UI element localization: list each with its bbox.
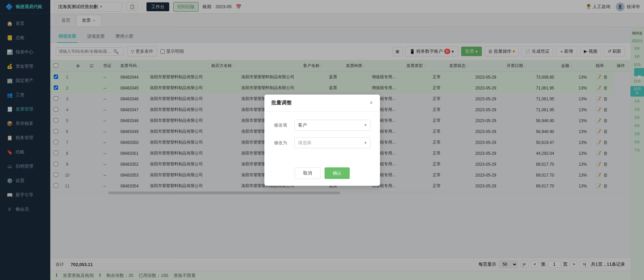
modal-title: 批量调整 — [271, 100, 292, 106]
field-dropdown-icon: ▾ — [364, 122, 367, 128]
modal-header: 批量调整 × — [264, 95, 380, 112]
field-value: 客户 — [298, 122, 307, 128]
field-select[interactable]: 客户 ▾ — [294, 120, 370, 131]
modal-cancel-button[interactable]: 取消 — [295, 167, 320, 179]
value-label: 修改为 — [274, 140, 294, 146]
value-placeholder: 请选择 — [298, 140, 311, 146]
modal-footer: 取消 确认 — [264, 163, 380, 186]
modal-overlay: 批量调整 × 修改项 客户 ▾ 修改为 请选择 ▾ 取消 确认 — [0, 0, 644, 280]
value-dropdown-icon: ▾ — [364, 140, 367, 145]
modal-close-button[interactable]: × — [369, 99, 373, 106]
form-row-field: 修改项 客户 ▾ — [274, 120, 370, 131]
form-row-value: 修改为 请选择 ▾ — [274, 137, 370, 148]
value-select[interactable]: 请选择 ▾ — [294, 137, 370, 148]
batch-adjust-modal: 批量调整 × 修改项 客户 ▾ 修改为 请选择 ▾ 取消 确认 — [264, 95, 380, 186]
modal-confirm-button[interactable]: 确认 — [325, 167, 350, 179]
modal-body: 修改项 客户 ▾ 修改为 请选择 ▾ — [264, 112, 380, 163]
field-label: 修改项 — [274, 122, 294, 128]
